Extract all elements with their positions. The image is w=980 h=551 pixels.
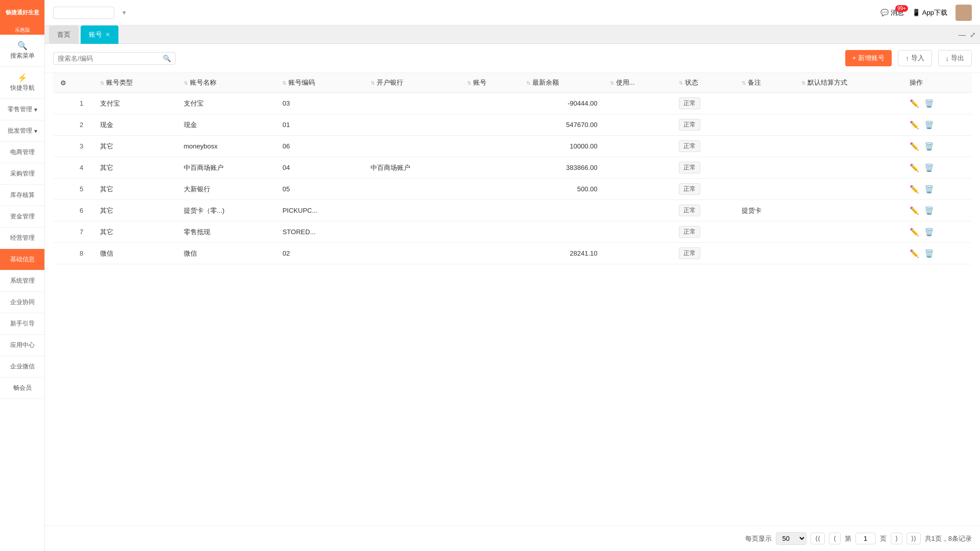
status-badge: 正常: [679, 183, 700, 195]
edit-icon[interactable]: ✏️: [910, 99, 919, 108]
add-account-button[interactable]: + 新增账号: [845, 50, 892, 66]
row-usage: [604, 93, 673, 114]
row-gear-cell: [53, 179, 74, 200]
page-number-input[interactable]: [855, 533, 876, 544]
row-status: 正常: [673, 136, 736, 157]
search-input[interactable]: [58, 55, 163, 62]
row-type: 其它: [94, 157, 178, 179]
global-search-input[interactable]: [53, 7, 114, 19]
row-account: [461, 221, 520, 243]
delete-icon[interactable]: 🗑️: [924, 120, 934, 130]
row-settlement: [795, 221, 903, 243]
last-page-button[interactable]: ⟩⟩: [906, 533, 921, 544]
first-page-button[interactable]: ⟨⟨: [811, 533, 825, 544]
avatar[interactable]: [955, 5, 972, 21]
col-remark[interactable]: ⇅备注: [736, 73, 795, 93]
col-status[interactable]: ⇅状态: [673, 73, 736, 93]
search-icon[interactable]: 🔍: [163, 55, 171, 62]
tab-minimize-button[interactable]: —: [959, 31, 966, 39]
col-settlement[interactable]: ⇅默认结算方式: [795, 73, 903, 93]
page-label: 第: [845, 534, 851, 543]
sidebar-item-label: 基础信息: [4, 255, 40, 264]
row-name: 大新银行: [178, 179, 277, 200]
sidebar-item-enterprise-collab[interactable]: 企业协同: [0, 292, 44, 313]
app-download-button[interactable]: 📱 App下载: [912, 8, 947, 17]
sidebar-item-finance[interactable]: 资金管理: [0, 206, 44, 228]
tab-close-icon[interactable]: ✕: [105, 31, 110, 38]
row-gear-cell: [53, 221, 74, 243]
row-settlement: [795, 114, 903, 136]
sidebar-item-member[interactable]: 畅会员: [0, 378, 44, 399]
delete-icon[interactable]: 🗑️: [924, 142, 934, 151]
message-button[interactable]: 💬 99+ 消息: [880, 8, 904, 17]
sidebar-item-purchase[interactable]: 采购管理: [0, 163, 44, 185]
row-status: 正常: [673, 200, 736, 221]
table-row: 8 微信 微信 02 28241.10 正常 ✏️ 🗑️: [53, 243, 972, 264]
import-button[interactable]: ↑ 导入: [898, 50, 932, 66]
row-status: 正常: [673, 93, 736, 114]
table-row: 1 支付宝 支付宝 03 -90444.00 正常 ✏️ 🗑️: [53, 93, 972, 114]
row-gear-cell: [53, 136, 74, 157]
edit-icon[interactable]: ✏️: [910, 185, 919, 194]
col-code[interactable]: ⇅账号编码: [276, 73, 364, 93]
tab-account[interactable]: 账号 ✕: [81, 26, 118, 44]
col-type[interactable]: ⇅账号类型: [94, 73, 178, 93]
row-action: ✏️ 🗑️: [903, 136, 972, 157]
edit-icon[interactable]: ✏️: [910, 249, 919, 258]
row-settlement: [795, 157, 903, 179]
delete-icon[interactable]: 🗑️: [924, 249, 934, 258]
col-account[interactable]: ⇅账号: [461, 73, 520, 93]
col-usage[interactable]: ⇅使用...: [604, 73, 673, 93]
chevron-down-icon: ▾: [34, 106, 37, 113]
edit-icon[interactable]: ✏️: [910, 163, 919, 172]
sidebar-item-search[interactable]: 🔍 搜索菜单: [0, 35, 44, 67]
row-account: [461, 93, 520, 114]
col-balance[interactable]: ⇅最新余额: [520, 73, 604, 93]
export-label: 导出: [951, 54, 964, 63]
dropdown-arrow-icon[interactable]: ▾: [122, 9, 126, 16]
row-name: 微信: [178, 243, 277, 264]
edit-icon[interactable]: ✏️: [910, 206, 919, 215]
tab-actions: — ⤢: [959, 31, 976, 39]
sidebar-item-wholesale[interactable]: 批发管理 ▾: [0, 120, 44, 142]
delete-icon[interactable]: 🗑️: [924, 206, 934, 215]
col-name[interactable]: ⇅账号名称: [178, 73, 277, 93]
sidebar-item-operations[interactable]: 经营管理: [0, 228, 44, 249]
edit-icon[interactable]: ✏️: [910, 120, 919, 130]
total-label: 共1页，8条记录: [925, 534, 972, 543]
row-num: 4: [74, 157, 94, 179]
per-page-select[interactable]: 50 20 100: [776, 532, 806, 545]
tab-maximize-button[interactable]: ⤢: [970, 31, 976, 39]
row-type: 其它: [94, 200, 178, 221]
sidebar-item-ecommerce[interactable]: 电商管理: [0, 142, 44, 163]
sidebar-item-inventory[interactable]: 库存核算: [0, 185, 44, 206]
sidebar-item-enterprise-wechat[interactable]: 企业微信: [0, 356, 44, 378]
logo-text: 畅捷通好生意: [6, 9, 39, 16]
col-bank[interactable]: ⇅开户银行: [364, 73, 461, 93]
sidebar-item-basic-info[interactable]: 基础信息: [0, 249, 44, 270]
status-badge: 正常: [679, 247, 700, 259]
export-button[interactable]: ↓ 导出: [938, 50, 972, 66]
delete-icon[interactable]: 🗑️: [924, 185, 934, 194]
prev-page-button[interactable]: ⟨: [829, 533, 841, 544]
tab-home[interactable]: 首页: [49, 26, 79, 44]
col-gear[interactable]: ⚙: [53, 73, 74, 93]
row-balance: 383866.00: [520, 157, 604, 179]
row-name: moneybosx: [178, 136, 277, 157]
top-bar: ▾ 💬 99+ 消息 📱 App下载: [45, 0, 980, 26]
delete-icon[interactable]: 🗑️: [924, 228, 934, 237]
edit-icon[interactable]: ✏️: [910, 142, 919, 151]
edit-icon[interactable]: ✏️: [910, 228, 919, 237]
sidebar-item-app-center[interactable]: 应用中心: [0, 335, 44, 356]
row-settlement: [795, 200, 903, 221]
sidebar-item-system[interactable]: 系统管理: [0, 270, 44, 292]
sidebar-item-retail[interactable]: 零售管理 ▾: [0, 99, 44, 120]
delete-icon[interactable]: 🗑️: [924, 99, 934, 108]
next-page-button[interactable]: ⟩: [891, 533, 902, 544]
sidebar-item-quicknav[interactable]: ⚡ 快捷导航: [0, 67, 44, 99]
row-bank: [364, 243, 461, 264]
delete-icon[interactable]: 🗑️: [924, 163, 934, 172]
sidebar-item-beginner[interactable]: 新手引导: [0, 313, 44, 335]
sidebar-item-label: 企业微信: [4, 362, 40, 371]
row-bank: [364, 221, 461, 243]
